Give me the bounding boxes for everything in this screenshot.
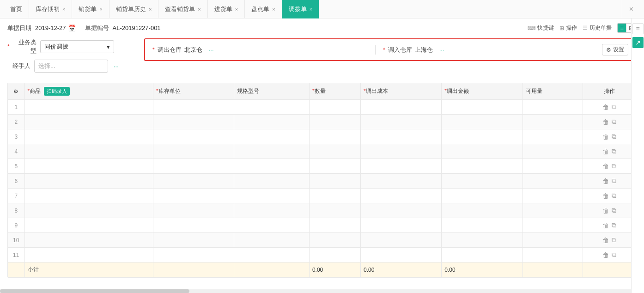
operation-icon: ⊞ [559,25,564,31]
delete-icon[interactable]: 🗑 [602,192,609,200]
copy-icon[interactable]: ⧉ [612,236,616,244]
date-label: 单据日期 [7,24,31,32]
warehouse-out-required: * [152,47,155,53]
sidebar-export-button[interactable]: ↗ [632,37,644,48]
table-row: 1🗑⧉ [8,100,636,115]
table-row: 4🗑⧉ [8,144,636,159]
th-available: 可用量 [522,83,583,100]
scan-button[interactable]: 扫码录入 [44,87,70,96]
delete-icon[interactable]: 🗑 [602,133,609,140]
date-field-group: 单据日期 2019-12-27 📅 [7,24,76,32]
warehouse-box: * 调出仓库 北京仓 ··· * 调入仓库 上海仓 ··· ⚙ 设置 [144,38,637,61]
table-body: 1🗑⧉ 2🗑⧉ 3🗑⧉ 4🗑⧉ 5🗑⧉ 6🗑⧉ 7🗑⧉ 8🗑⧉ 9🗑⧉ 10🗑⧉… [8,100,636,277]
handler-input[interactable]: 选择... [34,60,108,73]
warehouse-out-label: 调出仓库 [158,46,182,54]
operation-button[interactable]: ⊞ 操作 [559,24,577,32]
copy-icon[interactable]: ⧉ [612,133,616,140]
warehouse-out-value: 北京仓 [184,46,202,54]
tab-close-inventory-check[interactable]: × [272,6,275,12]
shortcut-icon: ⌨ [528,25,535,31]
table-row: 5🗑⧉ [8,159,636,174]
th-operations: 操作 [583,83,636,100]
copy-icon[interactable]: ⧉ [612,207,616,214]
tab-sales-order[interactable]: 销货单 × [72,0,109,18]
tab-close-sales-history[interactable]: × [149,6,152,12]
warehouse-out-more[interactable]: ··· [209,46,214,53]
tab-close-purchase-order[interactable]: × [235,6,238,12]
delete-icon[interactable]: 🗑 [602,207,609,214]
header-row: 单据日期 2019-12-27 📅 单据编号 AL-20191227-001 ⌨… [7,23,637,33]
delete-icon[interactable]: 🗑 [602,222,609,229]
tab-view-sales[interactable]: 查看销货单 × [158,0,207,18]
doc-no-field-group: 单据编号 AL-20191227-001 [85,24,161,32]
th-unit: *库存单位 [153,83,234,100]
settings-gear-icon[interactable]: ⚙ [13,88,18,95]
warehouse-out-field: * 调出仓库 北京仓 ··· [152,46,368,54]
sidebar-list-button[interactable]: ≡ [632,23,644,34]
delete-icon[interactable]: 🗑 [602,163,609,170]
history-button[interactable]: ☰ 历史单据 [583,24,612,32]
copy-icon[interactable]: ⧉ [612,162,616,170]
shortcut-button[interactable]: ⌨ 快捷键 [528,24,554,32]
th-settings[interactable]: ⚙ [8,83,24,100]
doc-no-label: 单据编号 [85,24,109,32]
tab-close-inventory-init[interactable]: × [62,6,65,12]
warehouse-in-label: 调入仓库 [388,46,412,54]
warehouse-in-more[interactable]: ··· [439,46,444,53]
table-header-row: ⚙ *商品 扫码录入 *库存单位 规格型号 *数量 *调出成本 [8,83,636,100]
tab-transfer-order[interactable]: 调拨单 × [282,0,319,18]
copy-icon[interactable]: ⧉ [612,103,616,111]
tab-close-view-sales[interactable]: × [198,6,200,12]
date-value: 2019-12-27 📅 [35,24,76,32]
calendar-icon[interactable]: 📅 [68,24,76,32]
table-row: 6🗑⧉ [8,174,636,189]
dropdown-icon: ▾ [107,43,110,50]
copy-icon[interactable]: ⧉ [612,147,616,155]
delete-icon[interactable]: 🗑 [602,237,609,244]
table-row: 7🗑⧉ [8,189,636,203]
tab-sales-history[interactable]: 销货单历史 × [109,0,158,18]
business-type-select[interactable]: 同价调拨 ▾ [40,40,114,53]
warehouse-in-field: * 调入仓库 上海仓 ··· [383,46,598,54]
settings-button[interactable]: ⚙ 设置 [602,44,628,55]
view-toggle-list[interactable]: ≡ [618,24,626,32]
window-close-button[interactable]: × [622,0,640,18]
delete-icon[interactable]: 🗑 [602,104,609,111]
copy-icon[interactable]: ⧉ [612,251,616,259]
form-area: * 业务类型 同价调拨 ▾ 经手人 选择... ··· * 调出仓库 北京仓 [7,38,637,77]
table-row: 9🗑⧉ [8,218,636,233]
delete-icon[interactable]: 🗑 [602,177,609,185]
th-cost: *调出成本 [361,83,442,100]
main-content: 单据日期 2019-12-27 📅 单据编号 AL-20191227-001 ⌨… [0,18,644,282]
table-row: 8🗑⧉ [8,203,636,218]
warehouse-in-required: * [383,47,385,53]
tab-close-transfer-order[interactable]: × [310,6,312,12]
delete-icon[interactable]: 🗑 [602,148,609,155]
subtotal-cost: 0.00 [361,262,442,277]
handler-label: 经手人 [7,62,30,70]
table-row: 3🗑⧉ [8,129,636,144]
tab-inventory-init[interactable]: 库存期初 × [29,0,72,18]
data-table-container: ⚙ *商品 扫码录入 *库存单位 规格型号 *数量 *调出成本 [7,83,637,278]
th-product: *商品 扫码录入 [24,83,153,100]
business-type-row: * 业务类型 同价调拨 ▾ [7,38,137,55]
tab-inventory-check[interactable]: 盘点单 × [245,0,282,18]
warehouse-divider [375,45,376,55]
handler-more[interactable]: ··· [114,63,119,70]
copy-icon[interactable]: ⧉ [612,192,616,200]
delete-icon[interactable]: 🗑 [602,251,609,259]
business-type-required: * [7,43,10,50]
copy-icon[interactable]: ⧉ [612,221,616,229]
copy-icon[interactable]: ⧉ [612,118,616,126]
tab-home[interactable]: 首页 [4,0,29,18]
tab-purchase-order[interactable]: 进货单 × [208,0,245,18]
table-row: 11🗑⧉ [8,248,636,262]
delete-icon[interactable]: 🗑 [602,118,609,126]
tab-close-sales-order[interactable]: × [99,6,102,12]
copy-icon[interactable]: ⧉ [612,177,616,185]
subtotal-row: 小计 0.00 0.00 0.00 [8,262,636,277]
th-spec: 规格型号 [234,83,310,100]
handler-row: 经手人 选择... ··· [7,60,137,73]
subtotal-qty: 0.00 [309,262,360,277]
right-sidebar: ≡ ↗ [631,18,644,282]
